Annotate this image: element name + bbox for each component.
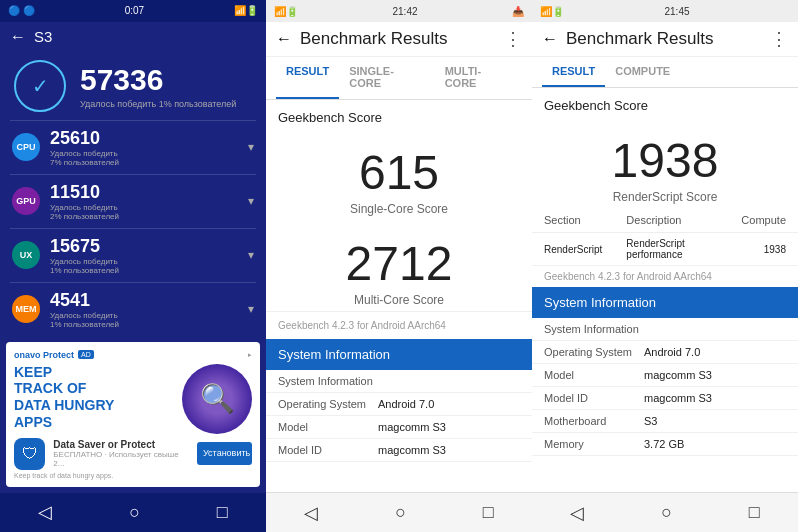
- ux-row[interactable]: UX 15675 Удалось победить1% пользователе…: [0, 229, 266, 282]
- page-title-2: Benchmark Results: [300, 29, 496, 49]
- nav-bar-3: ◁ ○ □: [532, 492, 798, 532]
- score-sub: Удалось победить 1% пользователей: [80, 99, 236, 109]
- ad-text: KEEPTRACK OFDATA HUNGRYAPPS: [14, 364, 174, 434]
- back-nav-icon-2[interactable]: ◁: [304, 502, 318, 524]
- model-label-3: Model: [544, 369, 644, 381]
- recents-nav-icon-2[interactable]: □: [483, 502, 494, 523]
- os-value-3: Android 7.0: [644, 346, 700, 358]
- gpu-score-block: 11510 Удалось победить2% пользователей: [50, 182, 119, 221]
- multi-core-number: 2712: [266, 236, 532, 291]
- more-menu-icon-3[interactable]: ⋮: [770, 28, 788, 50]
- os-label-2: Operating System: [278, 398, 378, 410]
- ad-logo: onavo Protect: [14, 350, 74, 360]
- back-button-3[interactable]: ←: [542, 30, 558, 48]
- cpu-row-left: CPU 25610 Удалось победить7% пользовател…: [12, 128, 119, 167]
- back-button-1[interactable]: ←: [10, 28, 26, 46]
- main-score-section: ✓ 57336 Удалось победить 1% пользователе…: [0, 52, 266, 120]
- os-value-2: Android 7.0: [378, 398, 434, 410]
- sys-info-header-2: System Information: [266, 339, 532, 370]
- sys-info-row-modelid-3: Model ID magcomm S3: [532, 387, 798, 410]
- cpu-badge: CPU: [12, 133, 40, 161]
- cpu-row[interactable]: CPU 25610 Удалось победить7% пользовател…: [0, 121, 266, 174]
- mem-sub: Удалось победить1% пользователей: [50, 311, 119, 329]
- ad-bottom: 🛡 Data Saver or Protect БЕСПЛАТНО · Испо…: [14, 438, 252, 470]
- status-left-2: 📶🔋: [274, 6, 298, 17]
- nav-bar-1: ◁ ○ □: [0, 493, 266, 532]
- tab-compute[interactable]: COMPUTE: [605, 57, 680, 87]
- gpu-score: 11510: [50, 182, 119, 203]
- renderscript-score-block: 1938 RenderScript Score: [532, 117, 798, 208]
- single-core-score-block: 615 Single-Core Score: [266, 129, 532, 220]
- status-right-icons: 📶🔋: [234, 5, 258, 16]
- single-core-number: 615: [266, 145, 532, 200]
- home-nav-icon-3[interactable]: ○: [661, 502, 672, 523]
- sys-info-row-os-2: Operating System Android 7.0: [266, 393, 532, 416]
- sys-info-row-mem-3: Memory 3.72 GB: [532, 433, 798, 456]
- status-time-3: 21:45: [664, 6, 689, 17]
- mb-label-3: Motherboard: [544, 415, 644, 427]
- ad-heading: KEEPTRACK OFDATA HUNGRYAPPS: [14, 364, 174, 431]
- panel-antutu: 🔵 🔵 0:07 📶🔋 ← S3 ✓ 57336 Удалось победит…: [0, 0, 266, 532]
- ad-install-button[interactable]: Установить: [197, 442, 252, 465]
- score-main: 57336 Удалось победить 1% пользователей: [80, 63, 236, 109]
- mb-value-3: S3: [644, 415, 657, 427]
- compute-table: Section Description Compute RenderScript…: [532, 208, 798, 266]
- tab-result-3[interactable]: RESULT: [542, 57, 605, 87]
- mem-row[interactable]: MEM 4541 Удалось победить1% пользователе…: [0, 283, 266, 336]
- ad-body: KEEPTRACK OFDATA HUNGRYAPPS 🔍: [14, 364, 252, 434]
- ux-chevron-icon: ▾: [248, 248, 254, 262]
- score-circle: ✓: [14, 60, 66, 112]
- status-bar-2: 📶🔋 21:42 📥: [266, 0, 532, 22]
- tab-single-core[interactable]: SINGLE-CORE: [339, 57, 434, 99]
- sys-info-row-os-3: Operating System Android 7.0: [532, 341, 798, 364]
- ad-top-bar: onavo Protect AD ▸: [14, 350, 252, 360]
- back-button-2[interactable]: ←: [276, 30, 292, 48]
- ad-label: ▸: [248, 351, 252, 359]
- checkmark-icon: ✓: [32, 74, 49, 98]
- recents-nav-icon[interactable]: □: [217, 502, 228, 523]
- back-nav-icon-3[interactable]: ◁: [570, 502, 584, 524]
- cpu-score-block: 25610 Удалось победить7% пользователей: [50, 128, 119, 167]
- sys-info-row-model-3: Model magcomm S3: [532, 364, 798, 387]
- multi-core-score-block: 2712 Multi-Core Score: [266, 220, 532, 311]
- tab-multi-core[interactable]: MULTI-CORE: [435, 57, 522, 99]
- back-nav-icon[interactable]: ◁: [38, 501, 52, 523]
- renderscript-number: 1938: [532, 133, 798, 188]
- modelid-value-3: magcomm S3: [644, 392, 712, 404]
- col-header-section: Section: [532, 208, 614, 233]
- ux-score-block: 15675 Удалось победить1% пользователей: [50, 236, 119, 275]
- status-bar-1: 🔵 🔵 0:07 📶🔋: [0, 0, 266, 22]
- sys-info-label-title: System Information: [278, 375, 378, 387]
- top-bar-2: ← Benchmark Results ⋮: [266, 22, 532, 57]
- panel-geekbench-1: 📶🔋 21:42 📥 ← Benchmark Results ⋮ RESULT …: [266, 0, 532, 532]
- row-val: 1938: [729, 233, 798, 266]
- tab-result-2[interactable]: RESULT: [276, 57, 339, 99]
- ad-app-info: Data Saver or Protect БЕСПЛАТНО · Исполь…: [53, 439, 189, 468]
- table-row-renderscript: RenderScript RenderScript performance 19…: [532, 233, 798, 266]
- mem-chevron-icon: ▾: [248, 302, 254, 316]
- modelid-value-2: magcomm S3: [378, 444, 446, 456]
- sys-info-row-modelid-2: Model ID magcomm S3: [266, 439, 532, 462]
- status-time-1: 0:07: [125, 5, 144, 16]
- home-nav-icon[interactable]: ○: [129, 502, 140, 523]
- ad-app-sub: БЕСПЛАТНО · Использует свыше 2...: [53, 450, 189, 468]
- row-section: RenderScript: [532, 233, 614, 266]
- more-menu-icon[interactable]: ⋮: [504, 28, 522, 50]
- top-bar-3: ← Benchmark Results ⋮: [532, 22, 798, 57]
- renderscript-label: RenderScript Score: [532, 190, 798, 204]
- mem-value-3: 3.72 GB: [644, 438, 684, 450]
- home-nav-icon-2[interactable]: ○: [395, 502, 406, 523]
- status-left-3: 📶🔋: [540, 6, 564, 17]
- ad-footer: Keep track of data hungry apps.: [14, 472, 252, 479]
- tabs-3: RESULT COMPUTE: [532, 57, 798, 88]
- ux-sub: Удалось победить1% пользователей: [50, 257, 119, 275]
- col-header-desc: Description: [614, 208, 729, 233]
- gpu-row[interactable]: GPU 11510 Удалось победить2% пользовател…: [0, 175, 266, 228]
- ad-app-name: Data Saver or Protect: [53, 439, 189, 450]
- os-label-3: Operating System: [544, 346, 644, 358]
- modelid-label-2: Model ID: [278, 444, 378, 456]
- recents-nav-icon-3[interactable]: □: [749, 502, 760, 523]
- mem-row-left: MEM 4541 Удалось победить1% пользователе…: [12, 290, 119, 329]
- row-desc: RenderScript performance: [614, 233, 729, 266]
- modelid-label-3: Model ID: [544, 392, 644, 404]
